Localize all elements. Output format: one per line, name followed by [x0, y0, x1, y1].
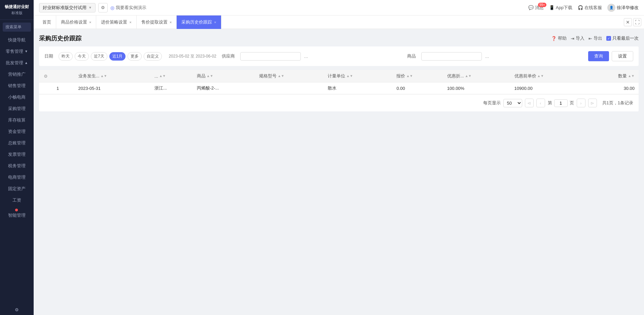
help-icon: ❓	[551, 36, 557, 41]
sidebar-item-tax[interactable]: 税务管理	[0, 160, 34, 172]
tab-home-label: 首页	[42, 19, 51, 25]
topbar: 好业财标准版交付试用 ▼ ⚙ ◎ 我要看实例演示 💬 消息 99+ 📱 App下…	[34, 0, 644, 15]
only-last-checkbox[interactable]: ✓	[606, 36, 611, 41]
table-wrap: ⚙ 业务发生... ▲▼ ...	[39, 70, 639, 94]
sidebar-item-wholesale[interactable]: 批发管理 ▲	[0, 57, 34, 69]
date-btn-7days[interactable]: 近7天	[91, 52, 107, 61]
sidebar-item-salary[interactable]: 工资	[0, 195, 34, 206]
version-selector[interactable]: 好业财标准版交付试用 ▼	[39, 3, 96, 12]
tab-strategy-close[interactable]: ×	[129, 20, 131, 24]
th-unit-sort[interactable]: ▲▼	[346, 74, 353, 78]
sidebar-item-smart[interactable]: 智能管理	[0, 206, 34, 221]
th-spec-sort[interactable]: ▲▼	[278, 74, 284, 78]
cell-date: 2023-05-31	[74, 82, 151, 94]
sidebar-item-ledger[interactable]: 总账管理	[0, 137, 34, 149]
date-btn-custom[interactable]: 自定义	[144, 52, 162, 61]
import-label: 导入	[576, 35, 584, 41]
th-goods-sort[interactable]: ▲▼	[207, 74, 213, 78]
page-input[interactable]	[554, 99, 568, 107]
user-menu[interactable]: 👤 徐泽华修改	[607, 4, 639, 12]
help-button[interactable]: ❓ 帮助	[551, 35, 567, 41]
ledger-label: 总账管理	[8, 140, 26, 146]
settings-button[interactable]: 设置	[612, 51, 633, 61]
filter-actions: 查询 设置	[588, 51, 633, 61]
user-avatar: 👤	[607, 4, 615, 12]
cell-goods: 丙烯酸-2-...	[193, 82, 255, 94]
tab-price-close[interactable]: ×	[89, 20, 91, 24]
column-settings-icon[interactable]: ⚙	[44, 74, 48, 79]
date-btn-yesterday[interactable]: 昨天	[59, 52, 73, 61]
sidebar-settings[interactable]: ⚙	[0, 305, 34, 315]
sidebar-item-inventory[interactable]: 库存核算	[0, 114, 34, 126]
sidebar-item-ecommerce-small[interactable]: 小畅电商	[0, 92, 34, 103]
tab-close-button[interactable]: ✕	[624, 18, 632, 26]
demo-button[interactable]: ◎ 我要看实例演示	[110, 5, 146, 11]
messages-button[interactable]: 💬 消息 99+	[528, 5, 544, 11]
th-quoted-sort[interactable]: ▲▼	[406, 74, 413, 78]
online-service-label: 在线客服	[584, 5, 602, 11]
th-pre-discount-sort[interactable]: ▲▼	[537, 74, 544, 78]
supplier-input[interactable]	[240, 52, 301, 61]
import-button[interactable]: ⇥ 导入	[571, 35, 584, 41]
per-page-select[interactable]: 20 50 100 200	[503, 99, 522, 107]
table-body: 1 2023-05-31 浙江... 丙烯酸-2-... 散水 0.00 100…	[39, 82, 639, 94]
goods-dots[interactable]: ...	[484, 54, 491, 59]
export-button[interactable]: ⇤ 导出	[588, 35, 602, 41]
sidebar-item-sales[interactable]: 销售管理	[0, 80, 34, 92]
date-btn-more[interactable]: 更多	[128, 52, 142, 61]
supplier-dots[interactable]: ...	[303, 54, 310, 59]
th-quoted-price: 报价 ▲▼	[392, 70, 443, 82]
cell-seq: 1	[52, 82, 74, 94]
only-last-checkbox-group[interactable]: ✓ 只看最后一次	[606, 35, 639, 41]
export-icon: ⇤	[588, 36, 592, 41]
user-name: 徐泽华修改	[617, 5, 639, 11]
sidebar-item-assets[interactable]: 固定资产	[0, 183, 34, 195]
tab-price[interactable]: 商品价格设置 ×	[56, 15, 96, 29]
th-extra: ... ▲▼	[150, 70, 193, 82]
page-content: 采购历史价跟踪 ❓ 帮助 ⇥ 导入 ⇤ 导出 ✓ 只看最后一次	[34, 29, 644, 315]
last-page-button[interactable]: ⊳	[588, 99, 597, 107]
tab-strategy-label: 进价策略设置	[101, 19, 127, 25]
sidebar-item-marketing[interactable]: 营销推广	[0, 69, 34, 80]
sidebar-item-retail[interactable]: 零售管理 ▼	[0, 46, 34, 57]
tab-home[interactable]: 首页	[38, 15, 56, 29]
tab-sale-close[interactable]: ×	[170, 20, 172, 24]
sidebar-item-quick-nav: 快捷导航	[0, 34, 34, 46]
th-quantity-sort[interactable]: ▲▼	[628, 74, 635, 78]
th-extra-sort[interactable]: ▲▼	[159, 74, 166, 78]
th-date-sort[interactable]: ▲▼	[100, 74, 107, 78]
th-discount-sort[interactable]: ▲▼	[465, 74, 472, 78]
first-page-button[interactable]: ⊲	[525, 99, 534, 107]
th-unit-label: 计量单位	[328, 73, 345, 79]
page-label: 第	[548, 100, 552, 106]
sidebar-item-ecommerce[interactable]: 电商管理	[0, 172, 34, 183]
date-btn-today[interactable]: 今天	[75, 52, 89, 61]
sidebar-item-purchase[interactable]: 采购管理	[0, 103, 34, 114]
next-page-button[interactable]: ›	[577, 99, 585, 107]
invoice-label: 发票管理	[8, 151, 26, 158]
tab-strategy[interactable]: 进价策略设置 ×	[96, 15, 136, 29]
finance-label: 资金管理	[8, 129, 26, 135]
sidebar-item-finance[interactable]: 资金管理	[0, 126, 34, 137]
date-btn-1month[interactable]: 近1月	[109, 52, 126, 61]
goods-input[interactable]	[421, 52, 482, 61]
query-button[interactable]: 查询	[588, 51, 609, 61]
page-actions: ❓ 帮助 ⇥ 导入 ⇤ 导出 ✓ 只看最后一次	[551, 35, 639, 41]
online-service-button[interactable]: 🎧 在线客服	[578, 5, 602, 11]
topbar-gear-button[interactable]: ⚙	[98, 3, 108, 12]
app-download-button[interactable]: 📱 App下载	[549, 5, 572, 11]
prev-page-button[interactable]: ‹	[536, 99, 545, 107]
retail-arrow: ▼	[25, 49, 28, 53]
tab-purchase-history-label: 采购历史价跟踪	[181, 19, 212, 25]
tab-purchase-history-close[interactable]: ×	[214, 20, 216, 24]
search-menu-button[interactable]: 搜索菜单	[3, 23, 31, 32]
table-header-row: ⚙ 业务发生... ▲▼ ...	[39, 70, 639, 82]
sidebar-item-invoice[interactable]: 发票管理	[0, 149, 34, 160]
tab-expand-button[interactable]: ⛶	[633, 18, 641, 26]
pagination: 每页显示 20 50 100 200 ⊲ ‹ 第 页 › ⊳ 共1页，1条记录	[39, 94, 639, 111]
cell-discount: 100.00%	[443, 82, 510, 94]
date-label: 日期	[44, 53, 53, 59]
tab-purchase-history[interactable]: 采购历史价跟踪 ×	[177, 15, 221, 29]
filter-row: 日期 昨天 今天 近7天 近1月 更多 自定义 2023-05-02 至 202…	[44, 51, 633, 61]
tab-sale[interactable]: 售价提取设置 ×	[137, 15, 177, 29]
